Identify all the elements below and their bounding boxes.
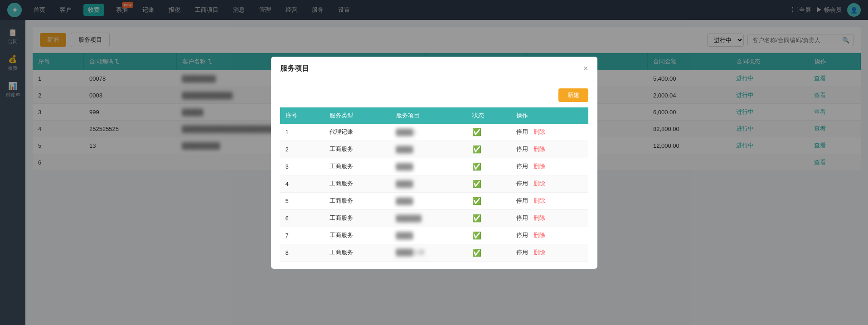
modal-close-button[interactable]: × [583,64,588,73]
modal-cell-item: ████注册 [391,244,467,261]
modal-overlay: 服务项目 × 新建 序号 服务类型 服务项目 状态 操作 [0,0,868,325]
status-check-icon: ✅ [472,232,481,239]
modal-col-action: 操作 [511,107,588,124]
modal-cell-item: ████ [391,141,467,158]
modal-cell-status: ✅ [467,227,511,244]
modal-cell-action: 停用 删除 [511,227,588,244]
modal-cell-status: ✅ [467,192,511,209]
modal-table-row: 5 工商服务 ████ ✅ 停用 删除 [280,192,588,209]
modal-toolbar: 新建 [280,88,588,102]
modal-table-row: 1 代理记账 ████1 ✅ 停用 删除 [280,124,588,141]
delete-button[interactable]: 删除 [533,249,545,256]
status-check-icon: ✅ [472,128,481,136]
modal-cell-seq: 1 [280,124,324,141]
modal-cell-seq: 4 [280,175,324,192]
modal-cell-type: 工商服务 [324,158,391,175]
modal-col-seq: 序号 [280,107,324,124]
modal-table-row: 3 工商服务 ████ ✅ 停用 删除 [280,158,588,175]
delete-button[interactable]: 删除 [533,163,545,170]
status-check-icon: ✅ [472,163,481,170]
modal-new-button[interactable]: 新建 [558,88,588,102]
modal-cell-item: ████ [391,158,467,175]
service-table: 序号 服务类型 服务项目 状态 操作 1 代理记账 ████1 ✅ 停用 删除 … [280,107,588,262]
modal-cell-seq: 5 [280,192,324,209]
modal-table-row: 2 工商服务 ████ ✅ 停用 删除 [280,141,588,158]
modal-cell-status: ✅ [467,175,511,192]
modal-header: 服务项目 × [271,57,597,81]
modal-cell-action: 停用 删除 [511,244,588,261]
modal-table-row: 6 工商服务 ██████ ✅ 停用 删除 [280,209,588,227]
modal-table-row: 7 工商服务 ████ ✅ 停用 删除 [280,227,588,244]
delete-button[interactable]: 删除 [533,214,545,221]
modal-cell-item: ████1 [391,124,467,141]
modal-cell-status: ✅ [467,158,511,175]
delete-button[interactable]: 删除 [533,232,545,238]
modal-cell-type: 工商服务 [324,227,391,244]
modal-cell-action: 停用 删除 [511,124,588,141]
delete-button[interactable]: 删除 [533,146,545,152]
modal-cell-status: ✅ [467,209,511,227]
modal-col-item: 服务项目 [391,107,467,124]
modal-cell-action: 停用 删除 [511,209,588,227]
modal-cell-type: 工商服务 [324,141,391,158]
modal-cell-seq: 2 [280,141,324,158]
status-check-icon: ✅ [472,180,481,188]
stop-button[interactable]: 停用 [516,197,528,204]
delete-button[interactable]: 删除 [533,128,545,135]
modal-cell-type: 代理记账 [324,124,391,141]
stop-button[interactable]: 停用 [516,232,528,238]
status-check-icon: ✅ [472,214,481,222]
stop-button[interactable]: 停用 [516,163,528,170]
delete-button[interactable]: 删除 [533,197,545,204]
stop-button[interactable]: 停用 [516,214,528,221]
modal-cell-item: ████ [391,227,467,244]
modal-cell-status: ✅ [467,141,511,158]
status-check-icon: ✅ [472,146,481,153]
modal-table-row: 4 工商服务 ████ ✅ 停用 删除 [280,175,588,192]
stop-button[interactable]: 停用 [516,146,528,152]
modal-cell-action: 停用 删除 [511,192,588,209]
stop-button[interactable]: 停用 [516,128,528,135]
modal-scroll-area[interactable]: 序号 服务类型 服务项目 状态 操作 1 代理记账 ████1 ✅ 停用 删除 … [280,107,588,262]
status-check-icon: ✅ [472,249,481,257]
modal-cell-seq: 8 [280,244,324,261]
modal-cell-type: 工商服务 [324,244,391,261]
modal-cell-action: 停用 删除 [511,158,588,175]
modal-cell-type: 工商服务 [324,209,391,227]
modal-cell-type: 工商服务 [324,175,391,192]
modal-cell-action: 停用 删除 [511,175,588,192]
modal-cell-status: ✅ [467,124,511,141]
modal-cell-type: 工商服务 [324,192,391,209]
modal-cell-status: ✅ [467,244,511,261]
modal-cell-action: 停用 删除 [511,141,588,158]
modal-cell-item: ████ [391,192,467,209]
stop-button[interactable]: 停用 [516,249,528,256]
delete-button[interactable]: 删除 [533,180,545,187]
service-modal: 服务项目 × 新建 序号 服务类型 服务项目 状态 操作 [271,57,597,269]
modal-cell-item: ████ [391,175,467,192]
modal-table-row: 8 工商服务 ████注册 ✅ 停用 删除 [280,244,588,261]
status-check-icon: ✅ [472,197,481,205]
modal-cell-item: ██████ [391,209,467,227]
stop-button[interactable]: 停用 [516,180,528,187]
modal-col-status: 状态 [467,107,511,124]
modal-body: 新建 序号 服务类型 服务项目 状态 操作 1 代理记账 [271,81,597,269]
modal-cell-seq: 6 [280,209,324,227]
modal-cell-seq: 3 [280,158,324,175]
modal-cell-seq: 7 [280,227,324,244]
modal-title: 服务项目 [280,64,309,73]
modal-col-type: 服务类型 [324,107,391,124]
